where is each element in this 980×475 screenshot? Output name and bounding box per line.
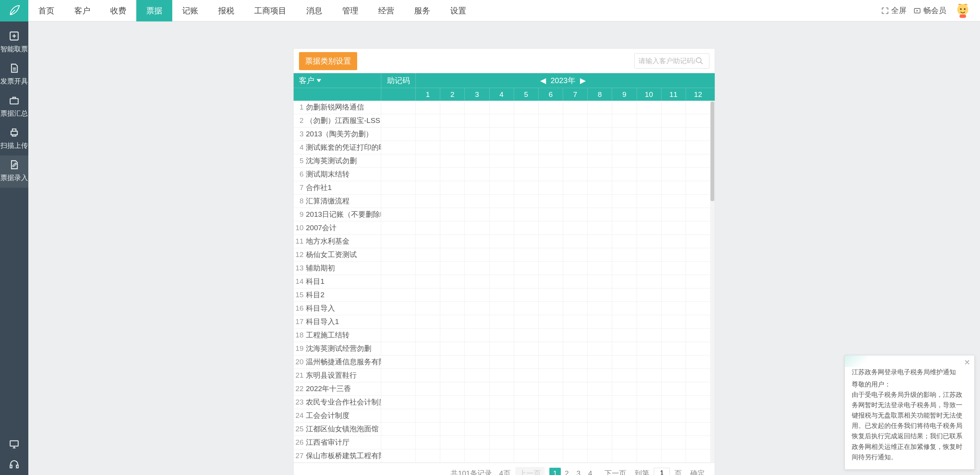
customer-name[interactable]: （勿删）江西服宝-LSS: [306, 114, 381, 127]
month-col-4[interactable]: 4: [489, 88, 514, 101]
month-cell[interactable]: [464, 208, 489, 221]
code-cell[interactable]: [381, 288, 415, 301]
month-cell[interactable]: [538, 409, 563, 422]
month-cell[interactable]: [514, 141, 538, 154]
month-cell[interactable]: [415, 221, 440, 234]
month-cell[interactable]: [489, 329, 514, 342]
topnav-item-0[interactable]: 首页: [28, 0, 64, 21]
month-cell[interactable]: [538, 449, 563, 462]
month-cell[interactable]: [440, 315, 464, 328]
customer-name[interactable]: 汇算清缴流程: [306, 195, 381, 208]
month-cell[interactable]: [612, 302, 636, 315]
search-input[interactable]: [639, 57, 695, 65]
month-cell[interactable]: [563, 248, 587, 261]
month-cell[interactable]: [612, 409, 636, 422]
customer-name[interactable]: 2013（陶美芳勿删）: [306, 128, 381, 141]
month-cell[interactable]: [661, 235, 686, 248]
month-cell[interactable]: [686, 154, 710, 167]
customer-name[interactable]: 合作社1: [306, 181, 381, 194]
month-cell[interactable]: [538, 342, 563, 355]
month-cell[interactable]: [686, 409, 710, 422]
sidebar-item-0[interactable]: 智能取票: [0, 27, 28, 59]
month-cell[interactable]: [686, 369, 710, 382]
month-cell[interactable]: [661, 181, 686, 194]
month-cell[interactable]: [686, 382, 710, 395]
month-cell[interactable]: [612, 114, 636, 127]
month-cell[interactable]: [440, 302, 464, 315]
month-cell[interactable]: [464, 329, 489, 342]
table-row[interactable]: 21东明县设置鞋行: [294, 369, 710, 382]
topnav-item-10[interactable]: 服务: [404, 0, 440, 21]
month-cell[interactable]: [661, 423, 686, 436]
month-cell[interactable]: [661, 369, 686, 382]
month-cell[interactable]: [538, 382, 563, 395]
month-cell[interactable]: [563, 342, 587, 355]
sidebar-footer-0[interactable]: [0, 435, 28, 455]
month-cell[interactable]: [464, 302, 489, 315]
month-cell[interactable]: [686, 168, 710, 181]
month-cell[interactable]: [563, 315, 587, 328]
month-cell[interactable]: [514, 342, 538, 355]
month-cell[interactable]: [612, 195, 636, 208]
month-cell[interactable]: [464, 101, 489, 114]
month-cell[interactable]: [612, 382, 636, 395]
month-cell[interactable]: [661, 262, 686, 275]
month-cell[interactable]: [415, 101, 440, 114]
month-cell[interactable]: [464, 181, 489, 194]
month-cell[interactable]: [514, 208, 538, 221]
month-cell[interactable]: [587, 181, 612, 194]
month-cell[interactable]: [489, 168, 514, 181]
month-cell[interactable]: [440, 262, 464, 275]
table-row[interactable]: 8汇算清缴流程: [294, 195, 710, 208]
month-cell[interactable]: [489, 302, 514, 315]
table-row[interactable]: 15科目2: [294, 288, 710, 302]
month-cell[interactable]: [538, 235, 563, 248]
code-cell[interactable]: [381, 396, 415, 409]
topnav-item-2[interactable]: 收费: [100, 0, 136, 21]
month-cell[interactable]: [612, 235, 636, 248]
month-cell[interactable]: [538, 315, 563, 328]
table-row[interactable]: 6测试期末结转: [294, 168, 710, 181]
table-row[interactable]: 17科目导入1: [294, 315, 710, 329]
topnav-item-6[interactable]: 工商项目: [244, 0, 296, 21]
table-row[interactable]: 18工程施工结转: [294, 329, 710, 342]
sidebar-item-3[interactable]: 扫描上传: [0, 123, 28, 156]
month-cell[interactable]: [415, 128, 440, 141]
customer-name[interactable]: 沈海英测试经营勿删: [306, 342, 381, 355]
month-cell[interactable]: [563, 262, 587, 275]
month-cell[interactable]: [440, 329, 464, 342]
month-cell[interactable]: [415, 449, 440, 462]
month-cell[interactable]: [440, 409, 464, 422]
topnav-item-5[interactable]: 报税: [208, 0, 244, 21]
brand-logo[interactable]: [0, 0, 28, 21]
month-cell[interactable]: [464, 141, 489, 154]
month-cell[interactable]: [661, 396, 686, 409]
month-cell[interactable]: [464, 235, 489, 248]
year-next[interactable]: ▶: [580, 76, 586, 85]
month-cell[interactable]: [538, 355, 563, 369]
month-cell[interactable]: [637, 101, 661, 114]
month-col-8[interactable]: 8: [587, 88, 612, 101]
month-cell[interactable]: [686, 342, 710, 355]
month-cell[interactable]: [538, 114, 563, 127]
month-cell[interactable]: [489, 181, 514, 194]
month-cell[interactable]: [464, 436, 489, 449]
month-cell[interactable]: [538, 423, 563, 436]
month-cell[interactable]: [514, 288, 538, 301]
month-cell[interactable]: [637, 382, 661, 395]
month-cell[interactable]: [440, 449, 464, 462]
month-cell[interactable]: [587, 275, 612, 288]
month-cell[interactable]: [538, 436, 563, 449]
pager-confirm[interactable]: 确定: [686, 467, 709, 475]
month-cell[interactable]: [464, 342, 489, 355]
notification-close[interactable]: ✕: [964, 358, 970, 367]
month-cell[interactable]: [686, 355, 710, 369]
month-cell[interactable]: [464, 369, 489, 382]
code-cell[interactable]: [381, 342, 415, 355]
month-cell[interactable]: [415, 288, 440, 301]
month-cell[interactable]: [538, 141, 563, 154]
month-col-1[interactable]: 1: [415, 88, 440, 101]
code-cell[interactable]: [381, 315, 415, 328]
table-row[interactable]: 4测试账套的凭证打印的时候是否: [294, 141, 710, 154]
member-button[interactable]: 畅会员: [913, 5, 946, 16]
